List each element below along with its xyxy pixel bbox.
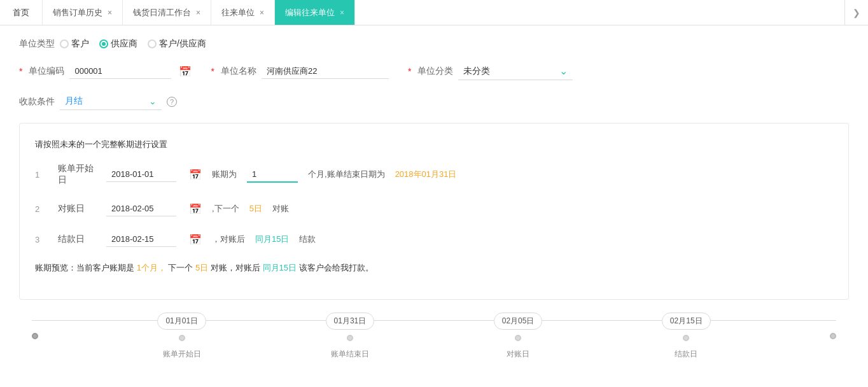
tab-partner-close[interactable]: × [260, 8, 264, 17]
timeline-date-3: 02月05日 [494, 313, 543, 330]
unit-code-required: * [19, 66, 22, 76]
tab-cash-desk[interactable]: 钱货日清工作台 × [123, 0, 211, 25]
period-payment-suffix: 结款 [299, 234, 316, 245]
tab-cash-desk-close[interactable]: × [196, 8, 200, 17]
timeline-label-2: 账单结束日 [331, 349, 369, 360]
timeline-dot-2 [347, 335, 353, 341]
period-row-1: 1 账单开始日 📅 账期为 个月,账单结束日期为 2018年01月31日 [35, 163, 833, 186]
period-row-3-num: 3 [35, 235, 48, 244]
preview-label: 账期预览：当前客户账期是 [35, 263, 134, 272]
payment-terms-value: 月结 [65, 95, 83, 107]
preview-text: 账期预览：当前客户账期是 1个月， 下一个 5日 对账，对账后 同月15日 该客… [35, 262, 833, 274]
unit-name-group: * 单位名称 [211, 64, 388, 79]
radio-customer[interactable]: 客户 [60, 38, 89, 50]
period-end-date-highlight: 2018年01月31日 [395, 169, 457, 180]
tab-edit-partner-label: 编辑往来单位 [285, 7, 335, 18]
radio-both[interactable]: 客户/供应商 [148, 38, 206, 50]
preview-payment-suffix: 该客户会给我打款。 [299, 263, 374, 272]
radio-both-circle [148, 39, 157, 48]
tab-edit-partner-close[interactable]: × [340, 8, 344, 17]
period-months-suffix: 个月,账单结束日期为 [308, 169, 385, 180]
timeline-dot-3 [515, 335, 521, 341]
timeline-date-4: 02月15日 [662, 313, 711, 330]
main-content: 单位类型 客户 供应商 客户/供应商 * 单位编码 [0, 25, 868, 387]
unit-code-icon[interactable]: 📅 [179, 66, 192, 78]
preview-reconcile-suffix: 对账，对账后 [211, 263, 260, 272]
timeline-label-3: 对账日 [507, 349, 529, 360]
timeline-point-1: 01月01日 账单开始日 [157, 313, 206, 360]
payment-terms-help-icon[interactable]: ? [167, 97, 177, 107]
period-reconcile-suffix: 对账 [272, 203, 289, 215]
preview-reconcile-day: 5日 [195, 263, 208, 272]
timeline-start-dot [32, 333, 38, 339]
timeline-label-1: 账单开始日 [163, 349, 201, 360]
period-row-2-label: 对账日 [58, 203, 96, 215]
unit-category-group: * 单位分类 未分类 ⌄ [408, 62, 573, 80]
period-row-3-label: 结款日 [58, 234, 96, 245]
tab-cash-desk-label: 钱货日清工作台 [133, 7, 191, 18]
period-start-cal-icon[interactable]: 📅 [189, 169, 202, 181]
tab-bar: 首页 销售订单历史 × 钱货日清工作台 × 往来单位 × 编辑往来单位 × ❯ [0, 0, 868, 25]
timeline-dot-4 [683, 335, 689, 341]
preview-months: 1个月， [137, 263, 166, 272]
tab-partner-label: 往来单位 [221, 7, 255, 18]
tab-home[interactable]: 首页 [0, 0, 43, 25]
period-row-2: 2 对账日 📅 ,下一个 5日 对账 [35, 201, 833, 216]
period-reconcile-cal-icon[interactable]: 📅 [189, 203, 202, 215]
period-row-1-label: 账单开始日 [58, 163, 96, 186]
radio-both-label: 客户/供应商 [159, 38, 206, 50]
tab-partner[interactable]: 往来单位 × [211, 0, 275, 25]
period-payment-prefix: ，对账后 [212, 234, 245, 245]
unit-category-select[interactable]: 未分类 ⌄ [458, 62, 573, 80]
timeline-date-2: 01月31日 [326, 313, 375, 330]
payment-terms-group: 收款条件 月结 ⌄ ? [19, 93, 177, 110]
period-payment-cal-icon[interactable]: 📅 [189, 234, 202, 246]
unit-type-group: 单位类型 客户 供应商 客户/供应商 [19, 38, 206, 50]
timeline-date-1: 01月01日 [157, 313, 206, 330]
timeline-point-2: 01月31日 账单结束日 [326, 313, 375, 360]
tab-more-button[interactable]: ❯ [844, 0, 868, 25]
unit-category-required: * [408, 66, 411, 76]
period-payment-date-input[interactable] [106, 232, 176, 247]
unit-category-value: 未分类 [463, 66, 559, 77]
period-months-input[interactable] [247, 167, 298, 183]
timeline-end-dot [830, 333, 836, 339]
tab-sales-history[interactable]: 销售订单历史 × [43, 0, 123, 25]
payment-terms-select[interactable]: 月结 ⌄ [60, 93, 162, 110]
tab-sales-history-close[interactable]: × [108, 8, 112, 17]
timeline-point-3: 02月05日 对账日 [494, 313, 543, 360]
unit-type-label: 单位类型 [19, 38, 55, 50]
timeline-point-4: 02月15日 结款日 [662, 313, 711, 360]
timeline: 01月01日 账单开始日 01月31日 账单结束日 02月05日 对账日 02月… [19, 313, 849, 360]
period-reconcile-date-input[interactable] [106, 201, 176, 216]
period-payment-day-highlight: 同月15日 [255, 234, 289, 245]
period-section-title: 请按照未来的一个完整帐期进行设置 [35, 139, 833, 150]
radio-supplier-label: 供应商 [111, 38, 137, 50]
radio-customer-label: 客户 [71, 38, 89, 50]
preview-reconcile-prefix: 下一个 [168, 263, 193, 272]
unit-category-label: 单位分类 [417, 66, 453, 77]
unit-code-label: 单位编码 [29, 66, 64, 77]
timeline-points: 01月01日 账单开始日 01月31日 账单结束日 02月05日 对账日 02月… [32, 313, 836, 360]
period-row-1-num: 1 [35, 170, 48, 179]
radio-supplier-circle [99, 39, 108, 48]
period-section: 请按照未来的一个完整帐期进行设置 1 账单开始日 📅 账期为 个月,账单结束日期… [19, 123, 849, 300]
timeline-label-4: 结款日 [675, 349, 697, 360]
payment-terms-chevron-icon: ⌄ [149, 96, 157, 106]
payment-terms-label: 收款条件 [19, 96, 55, 108]
unit-code-input[interactable] [69, 64, 171, 79]
radio-customer-circle [60, 39, 69, 48]
tab-sales-history-label: 销售订单历史 [53, 7, 102, 18]
period-for-label: 账期为 [212, 169, 237, 180]
radio-supplier[interactable]: 供应商 [99, 38, 137, 50]
unit-name-input[interactable] [262, 64, 389, 79]
unit-code-group: * 单位编码 📅 [19, 64, 192, 79]
period-row-3: 3 结款日 📅 ，对账后 同月15日 结款 [35, 232, 833, 247]
preview-payment-day: 同月15日 [263, 263, 297, 272]
unit-info-row: * 单位编码 📅 * 单位名称 * 单位分类 未分类 ⌄ [19, 62, 849, 80]
tab-edit-partner[interactable]: 编辑往来单位 × [275, 0, 355, 25]
period-start-date-input[interactable] [106, 167, 176, 182]
payment-terms-row: 收款条件 月结 ⌄ ? [19, 93, 849, 110]
unit-type-row: 单位类型 客户 供应商 客户/供应商 [19, 38, 849, 50]
unit-name-label: 单位名称 [221, 66, 256, 77]
